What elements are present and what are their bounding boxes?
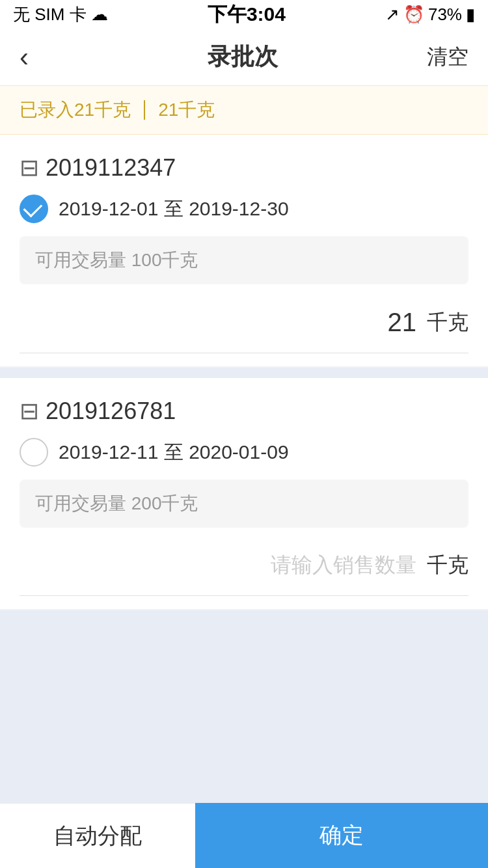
alarm-icon: ⏰ — [403, 5, 424, 25]
batch-2-underline — [20, 595, 468, 596]
info-divider — [144, 100, 145, 120]
batch-1-card: ⊟ 2019112347 2019-12-01 至 2019-12-30 可用交… — [0, 135, 488, 366]
battery-icon: ▮ — [466, 5, 475, 25]
batch-1-id: 2019112347 — [46, 154, 176, 182]
batch-1-underline-row — [0, 353, 488, 366]
batch-2-input-placeholder: 请输入销售数量 — [271, 551, 416, 580]
batch-2-unit: 千克 — [427, 551, 468, 580]
status-right: ↗ ⏰ 73% ▮ — [385, 5, 475, 25]
auto-distribute-button[interactable]: 自动分配 — [0, 803, 195, 868]
status-left: 无 SIM 卡 ☁ — [13, 3, 108, 26]
batch-1-available: 可用交易量 100千克 — [20, 236, 468, 284]
no-sim-text: 无 SIM 卡 ☁ — [13, 3, 108, 26]
batch-2-qty-row[interactable]: 请输入销售数量 千克 — [0, 541, 488, 595]
info-banner: 已录入21千克 21千克 — [0, 86, 488, 135]
info-value: 21千克 — [158, 98, 215, 122]
batch-2-id: 2019126781 — [46, 398, 176, 425]
batch-1-qty-row: 21 千克 — [0, 297, 488, 353]
recorded-amount: 已录入21千克 — [20, 98, 131, 122]
batch-2-date-row: 2019-12-11 至 2020-01-09 — [0, 431, 488, 473]
status-bar: 无 SIM 卡 ☁ 下午3:04 ↗ ⏰ 73% ▮ — [0, 0, 488, 29]
batch-2-card: ⊟ 2019126781 2019-12-11 至 2020-01-09 可用交… — [0, 378, 488, 609]
batch-1-checkbox[interactable] — [20, 195, 48, 223]
batch-1-icon: ⊟ — [20, 154, 39, 182]
batch-1-unit: 千克 — [427, 308, 468, 337]
back-button[interactable]: ‹ — [20, 42, 59, 73]
battery-text: 73% — [428, 5, 462, 25]
batch-1-date: 2019-12-01 至 2019-12-30 — [59, 196, 289, 223]
nav-title: 录批次 — [208, 41, 278, 73]
confirm-button[interactable]: 确定 — [195, 803, 488, 868]
batch-2-underline-row — [0, 595, 488, 609]
location-icon: ↗ — [385, 5, 400, 25]
batch-1-entered-qty: 21 — [388, 308, 417, 337]
batch-2-available: 可用交易量 200千克 — [20, 480, 468, 528]
nav-bar: ‹ 录批次 清空 — [0, 29, 488, 86]
batch-2-checkbox[interactable] — [20, 438, 48, 467]
batch-1-underline — [20, 353, 468, 353]
batch-2-date: 2019-12-11 至 2020-01-09 — [59, 439, 289, 466]
bottom-bar: 自动分配 确定 — [0, 803, 488, 868]
batch-1-date-row: 2019-12-01 至 2019-12-30 — [0, 188, 488, 230]
batch-2-header: ⊟ 2019126781 — [0, 378, 488, 431]
status-time: 下午3:04 — [208, 1, 286, 28]
batch-1-header: ⊟ 2019112347 — [0, 135, 488, 188]
section-separator-1 — [0, 368, 488, 378]
clear-button[interactable]: 清空 — [427, 43, 468, 72]
batch-2-icon: ⊟ — [20, 398, 39, 425]
